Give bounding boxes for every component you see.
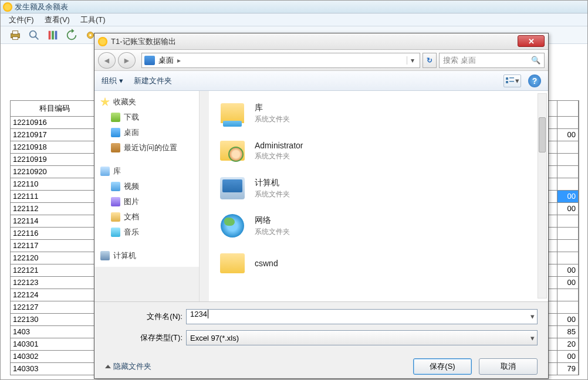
tree-libraries[interactable]: 库 <box>94 164 208 179</box>
address-bar[interactable]: 桌面 ▸ ▾ <box>141 53 420 68</box>
chevron-up-icon <box>105 365 111 368</box>
breadcrumb-arrow-icon[interactable]: ▸ <box>177 56 181 65</box>
cell-end <box>557 178 579 190</box>
organize-button[interactable]: 组织 ▾ <box>102 76 123 86</box>
list-item[interactable]: 库系统文件夹 <box>209 94 548 132</box>
cell-code: 122117 <box>11 240 99 252</box>
header-code: 科目编码 <box>11 101 99 116</box>
filetype-dropdown-icon[interactable]: ▾ <box>530 334 535 342</box>
cell-end <box>557 154 579 165</box>
cell-code: 122114 <box>11 215 99 227</box>
cell-code: 122124 <box>11 289 99 301</box>
cell-code: 122111 <box>11 191 99 202</box>
music-icon <box>111 228 120 237</box>
cell-end <box>557 141 579 153</box>
dialog-title: T1-记账宝数据输出 <box>111 36 176 47</box>
recent-icon <box>111 143 120 152</box>
breadcrumb[interactable]: 桌面 <box>158 55 174 66</box>
search-placeholder: 搜索 桌面 <box>443 55 476 66</box>
folder-icon <box>218 249 246 277</box>
tree-videos[interactable]: 视频 <box>94 179 208 194</box>
tree-desktop[interactable]: 桌面 <box>94 125 208 140</box>
download-icon <box>111 113 120 122</box>
desktop-icon <box>111 128 120 137</box>
forward-button[interactable]: ► <box>118 52 136 69</box>
address-dropdown-icon[interactable]: ▾ <box>407 56 417 65</box>
menu-view[interactable]: 查看(V) <box>45 15 70 25</box>
hide-folders-toggle[interactable]: 隐藏文件夹 <box>105 361 151 372</box>
item-name: 网络 <box>255 215 290 226</box>
svg-rect-1 <box>12 30 18 34</box>
item-name: Administrator <box>255 141 303 150</box>
close-button[interactable]: ✕ <box>518 35 545 47</box>
cell-end <box>557 215 579 227</box>
dialog-icon <box>98 37 107 46</box>
cell-code: 122110 <box>11 178 99 190</box>
item-subtitle: 系统文件夹 <box>255 189 290 199</box>
filename-dropdown-icon[interactable]: ▾ <box>530 312 535 321</box>
svg-rect-12 <box>509 77 514 79</box>
tree-scrollbar[interactable] <box>199 91 209 301</box>
search-input[interactable]: 搜索 桌面 🔍 <box>439 53 545 68</box>
back-button[interactable]: ◄ <box>98 52 116 69</box>
file-list: 库系统文件夹Administrator系统文件夹计算机系统文件夹网络系统文件夹c… <box>209 91 548 301</box>
cell-end <box>557 166 579 178</box>
svg-rect-14 <box>509 81 514 82</box>
cell-code: 12210920 <box>11 166 99 178</box>
filter-icon[interactable] <box>46 29 59 42</box>
cell-code: 12210916 <box>11 117 99 128</box>
tree-computer[interactable]: 计算机 <box>94 248 208 263</box>
save-dialog: T1-记账宝数据输出 ✕ ◄ ► 桌面 ▸ ▾ ↻ 搜索 桌面 🔍 组织 ▾ 新… <box>94 33 549 379</box>
tree-recent[interactable]: 最近访问的位置 <box>94 140 208 155</box>
cell-code: 122123 <box>11 277 99 289</box>
tree-pictures[interactable]: 图片 <box>94 194 208 209</box>
cell-end <box>557 117 579 128</box>
cell-end: 79 <box>557 363 579 375</box>
search-icon[interactable] <box>28 29 40 42</box>
cancel-button[interactable]: 取消 <box>479 358 538 375</box>
svg-rect-6 <box>52 30 54 39</box>
item-subtitle: 系统文件夹 <box>255 114 290 124</box>
help-button[interactable]: ? <box>528 74 541 87</box>
filename-input[interactable]: 1234 ▾ <box>186 309 538 324</box>
search-icon: 🔍 <box>531 56 540 65</box>
cell-end: 00 <box>557 351 579 362</box>
menu-tools[interactable]: 工具(T) <box>80 15 106 25</box>
cell-end: 00 <box>557 191 579 202</box>
list-item[interactable]: 计算机系统文件夹 <box>209 169 548 207</box>
cell-code: 122116 <box>11 228 99 239</box>
filelist-scrollbar[interactable] <box>538 93 547 298</box>
print-icon[interactable] <box>9 29 22 42</box>
save-button[interactable]: 保存(S) <box>413 358 472 375</box>
menu-file[interactable]: 文件(F) <box>9 15 34 25</box>
dialog-navbar: ◄ ► 桌面 ▸ ▾ ↻ 搜索 桌面 🔍 <box>94 50 548 71</box>
svg-line-4 <box>35 36 39 39</box>
lib-icon <box>218 99 246 127</box>
cell-end <box>557 240 579 252</box>
cell-code: 122130 <box>11 314 99 325</box>
tree-documents[interactable]: 文档 <box>94 209 208 225</box>
list-item[interactable]: Administrator系统文件夹 <box>209 132 548 169</box>
cell-code: 1403 <box>11 326 99 338</box>
newfolder-button[interactable]: 新建文件夹 <box>134 76 172 86</box>
svg-rect-5 <box>49 30 51 39</box>
tree-downloads[interactable]: 下载 <box>94 110 208 125</box>
cell-code: 122112 <box>11 203 99 215</box>
cell-code: 12210919 <box>11 154 99 165</box>
list-item[interactable]: 网络系统文件夹 <box>209 207 548 245</box>
user-icon <box>218 137 246 165</box>
tree-music[interactable]: 音乐 <box>94 225 208 240</box>
dialog-titlebar: T1-记账宝数据输出 ✕ <box>94 33 548 50</box>
svg-marker-8 <box>72 29 75 33</box>
refresh-button[interactable]: ↻ <box>423 53 437 68</box>
filetype-select[interactable]: Excel 97(*.xls) ▾ <box>186 330 538 345</box>
filetype-label: 保存类型(T): <box>130 333 183 343</box>
refresh-icon[interactable] <box>65 29 78 42</box>
cell-end: 20 <box>557 338 579 350</box>
cell-code: 122127 <box>11 301 99 313</box>
tree-favorites[interactable]: 收藏夹 <box>94 94 208 110</box>
view-mode-button[interactable]: ▾ <box>503 74 521 87</box>
computer-icon <box>100 251 110 260</box>
net-icon <box>218 212 246 240</box>
list-item[interactable]: cswnd <box>209 245 548 282</box>
